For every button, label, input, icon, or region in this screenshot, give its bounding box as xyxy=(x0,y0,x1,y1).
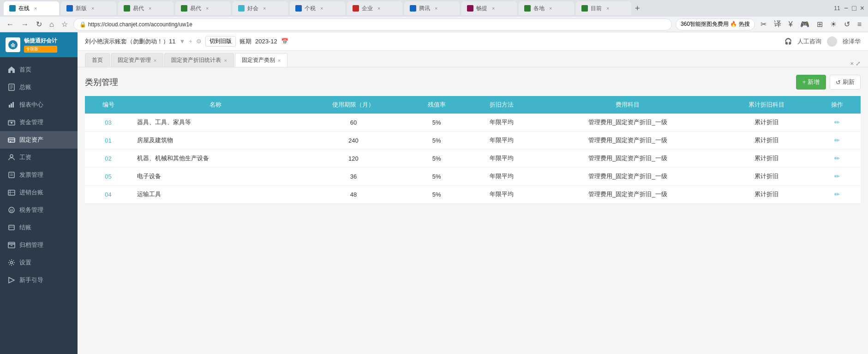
tab-close-yid1[interactable]: × xyxy=(149,6,151,11)
row0-residual: 5% xyxy=(407,114,466,132)
tab-close-yid2[interactable]: × xyxy=(206,6,209,11)
edit-icon-3[interactable]: ✏ xyxy=(834,173,840,180)
svg-rect-7 xyxy=(11,103,12,108)
app-container: 会 畅捷通好会计 专版版 首页 总账 xyxy=(0,32,868,354)
svg-rect-8 xyxy=(12,102,14,108)
tab-home[interactable]: 首页 xyxy=(85,53,110,67)
table-row: 04 运输工具 48 5% 年限平均 管理费用_固定资产折旧_一级 累计折旧 ✏ xyxy=(85,186,861,204)
user-name[interactable]: 徐泽华 xyxy=(843,37,861,46)
tab-label-haohui: 好会 xyxy=(247,5,258,12)
brightness-icon[interactable]: ☀ xyxy=(828,19,838,30)
tab-icon-qiye xyxy=(353,5,359,12)
history-icon[interactable]: ↺ xyxy=(842,19,852,30)
tab-changti[interactable]: 畅提 × xyxy=(461,1,517,15)
tab-icon-muqian xyxy=(581,5,588,12)
tab-close-qiye[interactable]: × xyxy=(377,6,380,11)
tab-close-geshui[interactable]: × xyxy=(320,6,323,11)
row0-code: 03 xyxy=(85,114,132,132)
tab-close-new[interactable]: × xyxy=(91,6,94,11)
calendar-icon[interactable]: 📅 xyxy=(281,38,288,45)
add-button[interactable]: + 新增 xyxy=(796,75,826,90)
row0-action[interactable]: ✏ xyxy=(814,114,861,132)
maximize-button[interactable]: □ xyxy=(852,4,856,12)
tab-depreciation-close[interactable]: × xyxy=(224,58,227,63)
forward-button[interactable]: → xyxy=(19,19,30,30)
menu-icon[interactable]: ≡ xyxy=(856,19,863,30)
sidebar-item-capital[interactable]: 资金管理 xyxy=(0,114,78,131)
tab-close-gedi[interactable]: × xyxy=(549,6,552,11)
tab-close-zaixin[interactable]: × xyxy=(34,6,37,11)
url-input[interactable]: 🔒 https://cloud.chanjet.com/accounting/u… xyxy=(73,18,672,30)
tab-tengxun[interactable]: 腾讯 × xyxy=(404,1,460,15)
sidebar-item-tax[interactable]: 税 税务管理 xyxy=(0,201,78,219)
dropdown-icon[interactable]: ▼ xyxy=(179,38,185,45)
col-residual: 残值率 xyxy=(407,96,466,114)
sidebar-item-purchase[interactable]: 进销台账 xyxy=(0,184,78,201)
edit-icon-0[interactable]: ✏ xyxy=(834,119,840,126)
reload-button[interactable]: ↻ xyxy=(34,19,44,30)
tab-yid2[interactable]: 易代 × xyxy=(175,1,231,15)
new-tab-button[interactable]: + xyxy=(633,4,642,13)
tab-gedi[interactable]: 各地 × xyxy=(519,1,574,15)
sidebar-item-reports[interactable]: 报表中心 xyxy=(0,96,78,114)
tab-close-all-icon[interactable]: × xyxy=(850,60,854,67)
col-months: 使用期限（月） xyxy=(300,96,407,114)
sidebar-item-home[interactable]: 首页 xyxy=(0,61,78,78)
tab-depreciation[interactable]: 固定资产折旧统计表 × xyxy=(164,53,233,67)
service-label[interactable]: 人工咨询 xyxy=(797,37,821,46)
sidebar-label-fixed-assets: 固定资产 xyxy=(19,136,43,144)
game-icon[interactable]: 🎮 xyxy=(798,19,811,30)
tab-expand-icon[interactable]: ⤢ xyxy=(856,60,861,67)
sidebar-item-invoice[interactable]: 发票管理 xyxy=(0,166,78,184)
translate-icon[interactable]: 译 xyxy=(772,18,783,30)
home-button[interactable]: ⌂ xyxy=(48,19,56,30)
grid-icon[interactable]: ⊞ xyxy=(815,19,825,30)
search-box[interactable]: 360智能抠图免费用 🔥 热搜 xyxy=(676,18,755,30)
minimize-button[interactable]: − xyxy=(844,4,848,12)
refresh-button[interactable]: ↺ 刷新 xyxy=(830,75,861,90)
sidebar-item-payroll[interactable]: 工资 xyxy=(0,149,78,166)
tab-close-tengxun[interactable]: × xyxy=(435,6,437,11)
table-row: 01 房屋及建筑物 240 5% 年限平均 管理费用_固定资产折旧_一级 累计折… xyxy=(85,132,861,150)
tab-muqian[interactable]: 目前 × xyxy=(576,1,631,15)
switch-old-button[interactable]: 切到旧版 xyxy=(205,36,236,47)
edit-icon-1[interactable]: ✏ xyxy=(834,137,840,144)
row0-expense: 管理费用_固定资产折旧_一级 xyxy=(537,114,719,132)
tab-asset-category-close[interactable]: × xyxy=(278,58,281,63)
tab-close-haohui[interactable]: × xyxy=(263,6,266,11)
row1-action[interactable]: ✏ xyxy=(814,132,861,150)
wallet-icon[interactable]: ¥ xyxy=(787,19,795,30)
plus-icon[interactable]: + xyxy=(189,38,192,45)
tab-new[interactable]: 新版 × xyxy=(61,1,116,15)
tab-close-muqian[interactable]: × xyxy=(606,6,609,11)
sidebar-item-fixed-assets[interactable]: 固定资产 xyxy=(0,131,78,149)
gear-icon-header[interactable]: ⚙ xyxy=(196,38,202,45)
back-button[interactable]: ← xyxy=(5,19,16,30)
tab-haohui[interactable]: 好会 × xyxy=(233,1,288,15)
tab-yid1[interactable]: 易代 × xyxy=(118,1,174,15)
row3-action[interactable]: ✏ xyxy=(814,168,861,186)
sidebar-item-ledger[interactable]: 总账 xyxy=(0,78,78,96)
bookmark-button[interactable]: ☆ xyxy=(60,19,70,30)
sidebar-item-archive[interactable]: 归档管理 xyxy=(0,236,78,254)
edit-icon-2[interactable]: ✏ xyxy=(834,155,840,162)
scissors-icon[interactable]: ✂ xyxy=(759,19,768,30)
sidebar-item-checkout[interactable]: 结账 xyxy=(0,219,78,236)
sidebar-item-guide[interactable]: 新手引导 xyxy=(0,271,78,289)
tab-asset-category[interactable]: 固定资产类别 × xyxy=(235,53,287,67)
tab-fixed-asset-mgr[interactable]: 固定资产管理 × xyxy=(111,53,163,67)
tab-label-new: 新版 xyxy=(76,5,87,12)
tab-icon-gedi xyxy=(524,5,531,12)
row4-action[interactable]: ✏ xyxy=(814,186,861,204)
row2-action[interactable]: ✏ xyxy=(814,150,861,168)
tab-geshui[interactable]: 个税 × xyxy=(290,1,345,15)
sidebar-item-settings[interactable]: 设置 xyxy=(0,254,78,271)
tab-zaixin[interactable]: 在线 × xyxy=(4,1,59,15)
close-button[interactable]: × xyxy=(860,4,864,12)
tab-close-changti[interactable]: × xyxy=(492,6,495,11)
tab-fixed-asset-mgr-close[interactable]: × xyxy=(154,58,156,63)
col-expense: 费用科目 xyxy=(537,96,719,114)
logo-name: 畅捷通好会计 xyxy=(24,37,57,45)
edit-icon-4[interactable]: ✏ xyxy=(834,191,840,198)
tab-qiye[interactable]: 企业 × xyxy=(347,1,402,15)
